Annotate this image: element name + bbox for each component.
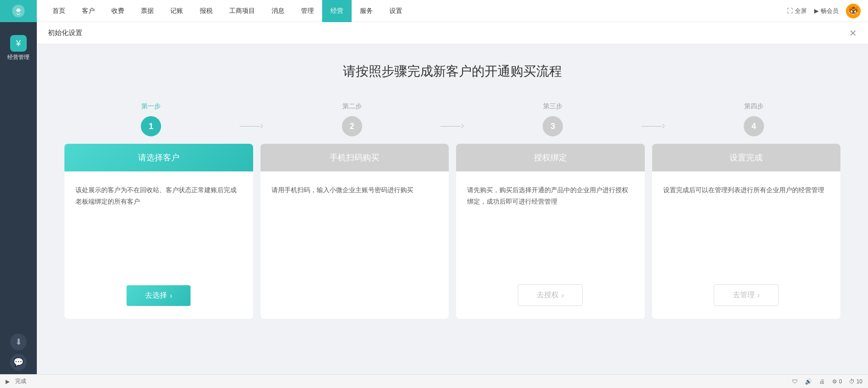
shield-icon: 🛡 <box>792 378 798 385</box>
timer-icon: ⏱ 10 <box>849 378 862 385</box>
go-select-button[interactable]: 去选择 › <box>127 285 191 306</box>
card-mobile-scan: 手机扫码购买 请用手机扫码，输入小微企业主账号密码进行购买 <box>260 144 449 319</box>
card-2-title: 手机扫码购买 <box>330 153 379 162</box>
card-3-body: 请先购买，购买后选择开通的产品中的企业用户进行授权绑定，成功后即可进行经营管理 <box>456 171 645 277</box>
vip-label: 畅会员 <box>821 7 839 15</box>
settings-count: ⚙ 0 <box>832 378 842 385</box>
card-1-footer: 去选择 › <box>64 278 253 319</box>
arrow-1: ——› <box>238 102 266 132</box>
main-content: 初始化设置 ✕ 请按照步骤完成新客户的开通购买流程 第一步 1 ——› 第二步 … <box>37 22 868 374</box>
steps-indicator: 第一步 1 ——› 第二步 2 ——› 第三步 <box>64 102 840 136</box>
print-icon: 🖨 <box>819 378 825 385</box>
card-4-body: 设置完成后可以在管理列表进行所有企业用户的经营管理 <box>652 171 841 277</box>
nav-charge[interactable]: 收费 <box>103 0 133 22</box>
card-3-footer: 去授权 › <box>456 277 645 319</box>
svg-point-0 <box>17 9 20 12</box>
fullscreen-button[interactable]: ⛶ 全屏 <box>787 7 807 15</box>
workflow-container: 请按照步骤完成新客户的开通购买流程 第一步 1 ——› 第二步 2 <box>37 44 868 337</box>
card-2-body: 请用手机扫码，输入小微企业主账号密码进行购买 <box>260 171 449 299</box>
card-1-title: 请选择客户 <box>138 153 179 162</box>
card-3-body-text: 请先购买，购买后选择开通的产品中的企业用户进行授权绑定，成功后即可进行经营管理 <box>467 186 628 205</box>
card-4-header: 设置完成 <box>652 144 841 171</box>
statusbar: ▶ 完成 🛡 🔊 🖨 ⚙ 0 ⏱ 10 <box>0 374 868 388</box>
card-3-header: 授权绑定 <box>456 144 645 171</box>
topnav-right: ⛶ 全屏 ▶ 畅会员 🐯 <box>787 4 861 18</box>
go-auth-arrow: › <box>561 291 564 300</box>
fullscreen-label: 全屏 <box>795 7 807 15</box>
close-button[interactable]: ✕ <box>849 29 857 38</box>
go-auth-label: 去授权 <box>537 290 559 300</box>
step-1: 第一步 1 <box>64 102 238 136</box>
card-select-customer: 请选择客户 该处展示的客户为不在回收站、客户状态正常建账后完成老板端绑定的所有客… <box>64 144 253 319</box>
step-2-circle: 2 <box>342 116 362 136</box>
nav-operations[interactable]: 经营 <box>322 0 352 22</box>
chat-icon[interactable]: 💬 <box>10 354 27 370</box>
play-icon: ▶ <box>814 7 819 14</box>
vip-button[interactable]: ▶ 畅会员 <box>814 7 839 15</box>
arrow-2: ——› <box>439 102 466 132</box>
step-1-label: 第一步 <box>141 102 161 111</box>
fullscreen-icon: ⛶ <box>787 7 793 14</box>
go-manage-arrow: › <box>758 291 760 300</box>
go-select-arrow: › <box>170 292 172 300</box>
step-3: 第三步 3 <box>466 102 640 136</box>
sidebar-item-label: 经营管理 <box>7 53 29 61</box>
card-setup-complete: 设置完成 设置完成后可以在管理列表进行所有企业用户的经营管理 去管理 › <box>652 144 841 319</box>
card-4-footer: 去管理 › <box>652 277 841 319</box>
card-1-body: 该处展示的客户为不在回收站、客户状态正常建账后完成老板端绑定的所有客户 <box>64 171 253 278</box>
card-4-title: 设置完成 <box>729 153 763 162</box>
step-3-circle: 3 <box>543 116 563 136</box>
logo <box>0 0 37 22</box>
go-manage-button[interactable]: 去管理 › <box>714 284 779 306</box>
go-manage-label: 去管理 <box>733 290 755 300</box>
nav-business[interactable]: 工商项目 <box>221 0 263 22</box>
statusbar-right: 🛡 🔊 🖨 ⚙ 0 ⏱ 10 <box>792 378 862 385</box>
nav-tax[interactable]: 报税 <box>191 0 221 22</box>
card-1-header: 请选择客户 <box>64 144 253 171</box>
nav-bills[interactable]: 票据 <box>133 0 162 22</box>
workflow-title: 请按照步骤完成新客户的开通购买流程 <box>64 63 840 80</box>
download-icon[interactable]: ⬇ <box>10 334 27 350</box>
page-title: 初始化设置 <box>48 29 82 37</box>
sidebar-bottom: ⬇ 💬 <box>10 334 27 374</box>
sidebar: ¥ 经营管理 ⬇ 💬 <box>0 22 37 374</box>
nav-message[interactable]: 消息 <box>263 0 293 22</box>
card-3-title: 授权绑定 <box>534 153 567 162</box>
card-2-footer <box>260 299 449 319</box>
card-auth-binding: 授权绑定 请先购买，购买后选择开通的产品中的企业用户进行授权绑定，成功后即可进行… <box>456 144 645 319</box>
step-2-label: 第二步 <box>342 102 362 111</box>
top-navigation: 首页 客户 收费 票据 记账 报税 工商项目 消息 管理 经营 服务 设置 ⛶ … <box>37 0 868 22</box>
nav-customer[interactable]: 客户 <box>74 0 103 22</box>
cards-row: 请选择客户 该处展示的客户为不在回收站、客户状态正常建账后完成老板端绑定的所有客… <box>64 144 840 319</box>
card-1-body-text: 该处展示的客户为不在回收站、客户状态正常建账后完成老板端绑定的所有客户 <box>75 186 237 205</box>
go-select-label: 去选择 <box>145 291 167 300</box>
step-3-label: 第三步 <box>543 102 562 111</box>
nav-manage[interactable]: 管理 <box>293 0 322 22</box>
nav-settings[interactable]: 设置 <box>381 0 411 22</box>
status-text: 完成 <box>15 377 26 385</box>
step-4-label: 第四步 <box>744 102 764 111</box>
step-4-circle: 4 <box>744 116 764 136</box>
nav-items: 首页 客户 收费 票据 记账 报税 工商项目 消息 管理 经营 服务 设置 <box>44 0 787 22</box>
avatar[interactable]: 🐯 <box>846 4 861 18</box>
operations-icon: ¥ <box>10 35 27 52</box>
card-4-body-text: 设置完成后可以在管理列表进行所有企业用户的经营管理 <box>663 186 824 194</box>
step-4: 第四步 4 <box>667 102 841 136</box>
nav-service[interactable]: 服务 <box>352 0 381 22</box>
step-1-circle: 1 <box>141 116 161 136</box>
play-icon: ▶ <box>6 378 10 385</box>
card-2-header: 手机扫码购买 <box>260 144 449 171</box>
nav-bookkeeping[interactable]: 记账 <box>162 0 191 22</box>
card-2-body-text: 请用手机扫码，输入小微企业主账号密码进行购买 <box>272 186 413 194</box>
sidebar-item-operations[interactable]: ¥ 经营管理 <box>0 29 37 67</box>
go-auth-button[interactable]: 去授权 › <box>518 284 583 306</box>
page-header: 初始化设置 ✕ <box>37 22 868 44</box>
nav-home[interactable]: 首页 <box>44 0 74 22</box>
volume-icon: 🔊 <box>805 378 812 385</box>
arrow-3: ——› <box>640 102 667 132</box>
step-2: 第二步 2 <box>266 102 439 136</box>
